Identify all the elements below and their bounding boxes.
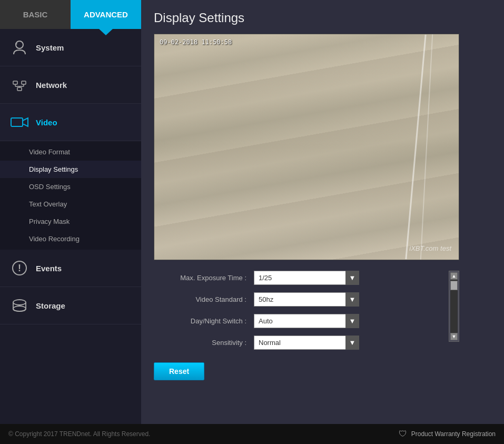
sidebar-item-video[interactable]: Video [0, 104, 141, 141]
tab-bar: BASIC ADVANCED [0, 0, 141, 29]
svg-point-13 [13, 300, 26, 305]
select-wrapper-exposure: 1/25 ▼ [254, 271, 359, 285]
sidebar-item-storage[interactable]: Storage [0, 287, 141, 324]
label-max-exposure: Max. Exposure Time : [154, 274, 254, 282]
footer: © Copyright 2017 TRENDnet. All Rights Re… [0, 424, 504, 444]
network-icon [8, 74, 31, 96]
svg-rect-9 [11, 118, 23, 126]
select-wrapper-daynight: Auto ▼ [254, 314, 359, 328]
svg-rect-4 [17, 87, 22, 91]
svg-marker-10 [23, 118, 28, 126]
select-video-standard[interactable]: 50hz [254, 292, 359, 307]
scrollbar-track [450, 280, 458, 333]
form-row-sensitivity: Sensitivity : Normal ▼ [154, 336, 441, 350]
svg-point-14 [13, 306, 26, 311]
storage-label: Storage [36, 301, 65, 310]
reset-button[interactable]: Reset [154, 362, 204, 380]
select-wrapper-sensitivity: Normal ▼ [254, 336, 359, 350]
label-sensitivity: Sensitivity : [154, 339, 254, 347]
submenu-osd-settings[interactable]: OSD Settings [0, 178, 141, 195]
select-day-night[interactable]: Auto [254, 314, 359, 328]
video-label: Video [36, 118, 57, 127]
tab-basic[interactable]: BASIC [0, 0, 71, 29]
sidebar: BASIC ADVANCED System [0, 0, 141, 424]
form-fields: Max. Exposure Time : 1/25 ▼ Video Standa… [154, 271, 441, 357]
form-row-standard: Video Standard : 50hz ▼ [154, 292, 441, 307]
submenu-text-overlay[interactable]: Text Overlay [0, 195, 141, 213]
video-icon [8, 111, 31, 133]
camera-timestamp: 09-02-2018 11:50:58 [160, 38, 232, 46]
submenu-video-recording[interactable]: Video Recording [0, 230, 141, 248]
svg-point-0 [16, 41, 23, 48]
scrollbar-down[interactable]: ▼ [450, 333, 458, 340]
submenu-display-settings[interactable]: Display Settings [0, 161, 141, 178]
system-icon [8, 36, 31, 58]
scrollbar-thumb [450, 281, 458, 290]
app-wrapper: BASIC ADVANCED System [0, 0, 504, 444]
footer-warranty[interactable]: Product Warranty Registration [411, 430, 496, 438]
settings-form: Max. Exposure Time : 1/25 ▼ Video Standa… [154, 271, 459, 380]
shield-icon: 🛡 [399, 429, 407, 439]
sidebar-item-network[interactable]: Network [0, 66, 141, 104]
video-submenu: Video Format Display Settings OSD Settin… [0, 141, 141, 250]
submenu-video-format[interactable]: Video Format [0, 143, 141, 161]
events-icon: ! [8, 257, 31, 279]
label-video-standard: Video Standard : [154, 295, 254, 303]
tab-advanced[interactable]: ADVANCED [71, 0, 141, 29]
camera-preview: 09-02-2018 11:50:58 iXBT.com test [154, 34, 459, 260]
select-max-exposure[interactable]: 1/25 [254, 271, 359, 285]
form-row-daynight: Day/Night Switch : Auto ▼ [154, 314, 441, 328]
svg-text:!: ! [18, 263, 21, 273]
scrollbar-up[interactable]: ▲ [450, 272, 458, 280]
svg-point-1 [15, 43, 17, 45]
camera-bg [154, 34, 459, 260]
sidebar-item-system[interactable]: System [0, 29, 141, 66]
select-wrapper-standard: 50hz ▼ [254, 292, 359, 307]
system-label: System [36, 43, 64, 52]
storage-icon [8, 294, 31, 317]
main-content: Display Settings 09-02-2018 11:50:58 iXB… [141, 0, 504, 424]
svg-rect-3 [22, 81, 26, 84]
footer-right: 🛡 Product Warranty Registration [399, 429, 496, 439]
label-day-night: Day/Night Switch : [154, 317, 254, 325]
footer-copyright: © Copyright 2017 TRENDnet. All Rights Re… [8, 430, 150, 438]
network-label: Network [36, 81, 67, 90]
events-label: Events [36, 264, 62, 273]
top-area: BASIC ADVANCED System [0, 0, 504, 424]
form-row-exposure: Max. Exposure Time : 1/25 ▼ [154, 271, 441, 285]
svg-rect-2 [13, 81, 17, 84]
camera-watermark: iXBT.com test [409, 244, 451, 252]
select-sensitivity[interactable]: Normal [254, 336, 359, 350]
page-title: Display Settings [154, 11, 491, 25]
sidebar-item-events[interactable]: ! Events [0, 250, 141, 287]
submenu-privacy-mask[interactable]: Privacy Mask [0, 213, 141, 230]
scrollbar[interactable]: ▲ ▼ [449, 271, 459, 342]
